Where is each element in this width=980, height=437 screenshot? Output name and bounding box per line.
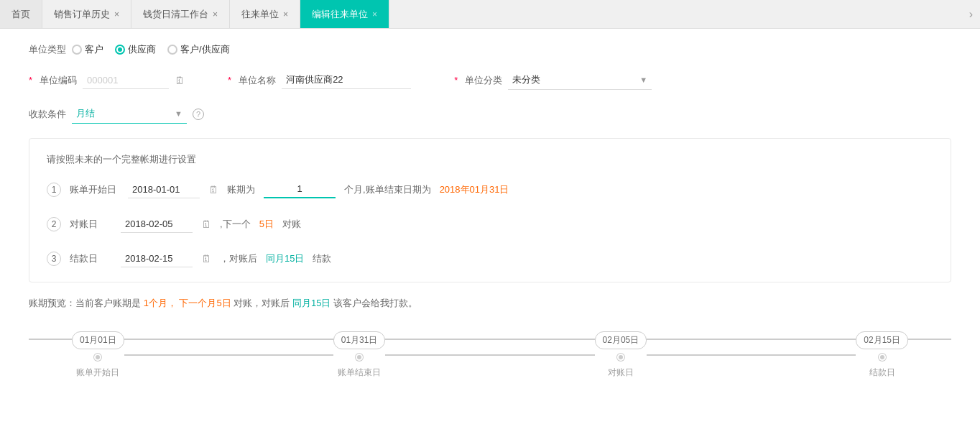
name-label: 单位名称 (239, 74, 276, 87)
timeline-label-1: 账单开始日 (76, 367, 119, 379)
category-select[interactable]: 未分类 ▼ (508, 70, 652, 90)
preview-part3: 对账，对账后 (234, 298, 290, 308)
code-label: 单位编码 (40, 74, 77, 87)
payment-row: 收款条件 月结 ▼ ? (29, 104, 951, 124)
period-row-2: 2 对账日 🗓 ,下一个 5日 对账 (47, 216, 933, 233)
radio-supplier-circle (115, 45, 125, 55)
timeline-seg-1 (124, 354, 333, 356)
tab-home[interactable]: 首页 (0, 0, 42, 28)
code-input[interactable] (83, 72, 169, 89)
period-calendar-2[interactable]: 🗓 (201, 218, 211, 230)
period-calendar-1[interactable]: 🗓 (208, 184, 218, 196)
category-field: * 单位分类 未分类 ▼ (454, 70, 652, 90)
tab-partner[interactable]: 往来单位 × (230, 0, 300, 28)
code-required: * (29, 75, 32, 86)
payment-field: 收款条件 月结 ▼ ? (29, 104, 204, 124)
preview-part4: 同月15日 (292, 298, 330, 308)
payment-select-value: 月结 (76, 107, 172, 120)
unit-type-field: 单位类型 客户 供应商 客户/供应商 (29, 43, 230, 56)
timeline-container: 01月01日 账单开始日 01月31日 账单结束日 02月05日 对账日 02月… (72, 324, 908, 379)
unit-type-radio-group: 客户 供应商 客户/供应商 (72, 43, 230, 56)
timeline-date-3: 02月05日 (595, 331, 647, 349)
timeline-point-1: 01月01日 账单开始日 (72, 331, 124, 379)
period-settings-box: 请按照未来的一个完整帐期进行设置 1 账单开始日 🗓 账期为 个月,账单结束日期… (29, 138, 951, 282)
timeline-point-3: 02月05日 对账日 (595, 331, 647, 379)
timeline-label-2: 账单结束日 (338, 367, 381, 379)
timeline-section: 01月01日 账单开始日 01月31日 账单结束日 02月05日 对账日 02月… (29, 324, 951, 379)
timeline-point-4: 02月15日 结款日 (856, 331, 908, 379)
period-reconcile-highlight: 5日 (259, 218, 274, 231)
period-num-1: 1 (47, 183, 61, 197)
preview-label: 账期预览：当前客户账期是 (29, 298, 141, 308)
timeline-date-2: 01月31日 (333, 331, 386, 349)
tab-cash-work[interactable]: 钱货日清工作台 × (131, 0, 230, 28)
timeline-seg-3 (647, 354, 856, 356)
category-select-value: 未分类 (512, 73, 637, 86)
payment-help-icon[interactable]: ? (193, 109, 204, 120)
tab-partner-close[interactable]: × (283, 9, 288, 19)
timeline-dot-4 (879, 354, 886, 361)
preview-section: 账期预览：当前客户账期是 1个月， 下一个月5日 对账，对账后 同月15日 该客… (29, 297, 951, 310)
category-label: 单位分类 (465, 74, 502, 87)
timeline-date-1: 01月01日 (72, 331, 124, 349)
period-date-input-2[interactable] (121, 216, 193, 233)
period-row-1: 1 账单开始日 🗓 账期为 个月,账单结束日期为 2018年01月31日 (47, 180, 933, 198)
period-payment-highlight: 同月15日 (266, 252, 304, 265)
timeline-seg-2 (385, 354, 594, 356)
timeline-point-2: 01月31日 账单结束日 (333, 331, 386, 379)
period-text-1a: 账期为 (227, 183, 255, 196)
period-months-input[interactable] (264, 180, 336, 198)
radio-customer[interactable]: 客户 (72, 43, 103, 56)
category-required: * (454, 75, 458, 86)
period-label-3: 结款日 (70, 252, 109, 265)
period-text-3b: 结款 (313, 252, 331, 265)
code-field: * 单位编码 🗓 (29, 72, 185, 89)
basic-info-row: * 单位编码 🗓 * 单位名称 * 单位分类 未分类 ▼ (29, 70, 951, 90)
radio-supplier[interactable]: 供应商 (115, 43, 156, 56)
timeline-date-4: 02月15日 (856, 331, 908, 349)
tab-sales-history-close[interactable]: × (114, 9, 119, 19)
name-field: * 单位名称 (228, 72, 411, 89)
period-end-date-highlight: 2018年01月31日 (440, 183, 509, 196)
period-label-1: 账单开始日 (70, 183, 116, 196)
period-box-title: 请按照未来的一个完整帐期进行设置 (47, 153, 933, 166)
period-label-2: 对账日 (70, 218, 109, 231)
tab-bar: 首页 销售订单历史 × 钱货日清工作台 × 往来单位 × 编辑往来单位 × › (0, 0, 980, 29)
period-num-3: 3 (47, 252, 61, 266)
name-input[interactable] (282, 72, 411, 89)
payment-select[interactable]: 月结 ▼ (72, 104, 187, 124)
tab-edit-partner-close[interactable]: × (372, 9, 377, 19)
period-text-2a: ,下一个 (220, 218, 251, 231)
tab-sales-history[interactable]: 销售订单历史 × (42, 0, 131, 28)
period-text-2b: 对账 (282, 218, 301, 231)
payment-label: 收款条件 (29, 108, 66, 121)
period-date-input-3[interactable] (121, 250, 193, 267)
name-required: * (228, 75, 231, 86)
period-text-1b: 个月,账单结束日期为 (344, 183, 431, 196)
period-row-3: 3 结款日 🗓 ，对账后 同月15日 结款 (47, 250, 933, 267)
unit-type-label: 单位类型 (29, 43, 66, 56)
period-date-input-1[interactable] (128, 181, 200, 198)
timeline-dot-1 (94, 354, 101, 361)
timeline-label-4: 结款日 (869, 367, 895, 379)
timeline-label-3: 对账日 (608, 367, 634, 379)
timeline-dot-2 (356, 354, 363, 361)
tab-edit-partner[interactable]: 编辑往来单位 × (300, 0, 389, 28)
preview-part5: 该客户会给我打款。 (333, 298, 417, 308)
code-calendar-icon[interactable]: 🗓 (175, 75, 185, 86)
radio-customer-circle (72, 45, 82, 55)
category-dropdown-icon: ▼ (639, 75, 647, 84)
period-text-3a: ，对账后 (220, 252, 257, 265)
unit-type-row: 单位类型 客户 供应商 客户/供应商 (29, 43, 951, 56)
preview-part2: 下一个月5日 (179, 298, 231, 308)
period-num-2: 2 (47, 217, 61, 231)
timeline-dot-3 (617, 354, 624, 361)
main-content: 单位类型 客户 供应商 客户/供应商 * 单位编码 (0, 29, 980, 437)
period-calendar-3[interactable]: 🗓 (201, 253, 211, 264)
tab-more-arrow[interactable]: › (962, 0, 980, 28)
tab-cash-work-close[interactable]: × (213, 9, 218, 19)
payment-dropdown-icon: ▼ (175, 109, 182, 118)
preview-part1: 1个月， (144, 298, 177, 308)
radio-both[interactable]: 客户/供应商 (167, 43, 230, 56)
radio-both-circle (167, 45, 177, 55)
